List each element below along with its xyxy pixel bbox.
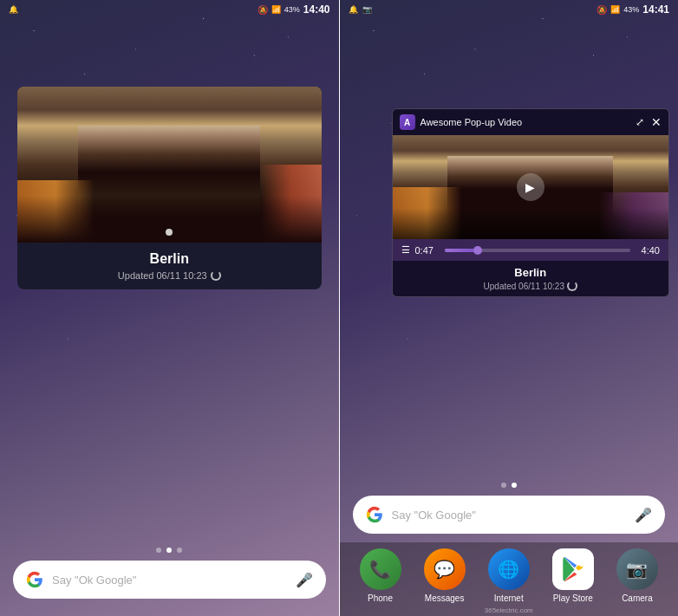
status-time-left: 14:40: [303, 3, 330, 16]
playstore-icon[interactable]: [552, 548, 594, 590]
internet-label: Internet: [494, 593, 524, 603]
status-right: 🔕 📶 43% 14:40: [258, 3, 330, 16]
mic-icon-left[interactable]: 🎤: [296, 572, 313, 588]
progress-handle[interactable]: [473, 246, 482, 255]
page-dots-left: [156, 548, 182, 553]
page-dot-2-active: [166, 548, 172, 553]
popup-shadow: [393, 208, 669, 239]
search-placeholder-left: Say "Ok Google": [52, 574, 287, 587]
signal-icon-right: 📶: [610, 5, 620, 14]
page-dot-1: [156, 548, 161, 553]
right-notif-icon2: 📷: [362, 5, 372, 14]
popup-close-btn[interactable]: ✕: [651, 115, 662, 129]
video-info: Berlin Updated 06/11 10:23: [17, 243, 322, 289]
popup-refresh-icon: [567, 281, 577, 291]
page-dot-r1: [501, 483, 506, 488]
popup-video-title: Berlin: [401, 266, 661, 279]
status-bar-left: 🔔 🔕 📶 43% 14:40: [0, 0, 339, 19]
popup-video-info: Berlin Updated 06/11 10:23: [393, 261, 669, 296]
watermark: 365electric.com: [485, 606, 533, 614]
playstore-label: Play Store: [553, 593, 593, 603]
video-updated-left: Updated 06/11 10:23: [30, 270, 309, 281]
status-left: 🔔: [9, 5, 18, 14]
right-screen: 🔔 📷 🔕 📶 43% 14:41 A Awesome Pop-up Video…: [340, 0, 679, 616]
popup-expand-btn[interactable]: ⤢: [636, 116, 644, 128]
popup-video-updated: Updated 06/11 10:23: [401, 281, 661, 291]
camera-label: Camera: [622, 593, 653, 603]
popup-progress-bar: ☰ 0:47 4:40: [393, 239, 669, 261]
popup-video-area: ▶: [393, 135, 669, 239]
battery-pct-right: 43%: [623, 5, 639, 14]
video-thumbnail: [17, 87, 322, 243]
page-dots-right: [501, 483, 517, 488]
popup-app-icon: A: [400, 114, 415, 130]
refresh-icon: [211, 270, 221, 281]
dock-item-messages[interactable]: 💬 Messages: [424, 548, 466, 603]
popup-play-button[interactable]: ▶: [517, 173, 544, 201]
status-time-right: 14:41: [642, 3, 669, 16]
mute-icon-right: 🔕: [597, 5, 607, 15]
left-screen: 🔔 🔕 📶 43% 14:40 Berlin Updated 06/11 10:…: [0, 0, 339, 616]
dock-item-playstore[interactable]: Play Store: [552, 548, 594, 603]
video-title-left: Berlin: [30, 251, 309, 267]
dock-item-camera[interactable]: 📷 Camera: [616, 548, 658, 603]
right-notif-icon: 🔔: [349, 5, 358, 14]
dock-item-internet[interactable]: 🌐 Internet: [488, 548, 530, 603]
internet-icon[interactable]: 🌐: [488, 548, 530, 590]
mute-icon: 🔕: [258, 5, 268, 15]
time-current: 0:47: [415, 245, 440, 256]
search-bar-left[interactable]: Say "Ok Google" 🎤: [13, 561, 326, 599]
popup-header-controls: ⤢ ✕: [636, 115, 662, 129]
search-placeholder-right: Say "Ok Google": [392, 509, 627, 522]
messages-label: Messages: [425, 593, 465, 603]
page-dot-3: [177, 548, 182, 553]
phone-label: Phone: [368, 593, 393, 603]
popup-header: A Awesome Pop-up Video ⤢ ✕: [393, 109, 669, 135]
video-card[interactable]: Berlin Updated 06/11 10:23: [17, 87, 322, 289]
playlist-icon: ☰: [401, 244, 410, 256]
google-logo-right: [366, 506, 383, 523]
google-logo-left: [26, 571, 43, 588]
progress-track[interactable]: [445, 249, 631, 252]
dock-right: 📞 Phone 💬 Messages 🌐 Internet: [340, 542, 679, 616]
page-dot-r2: [512, 483, 517, 488]
status-left-right: 🔔 📷: [349, 5, 372, 14]
messages-icon[interactable]: 💬: [424, 548, 466, 590]
search-bar-right[interactable]: Say "Ok Google" 🎤: [353, 496, 666, 534]
phone-icon[interactable]: 📞: [360, 548, 401, 590]
mic-icon-right[interactable]: 🎤: [635, 507, 652, 523]
battery-pct: 43%: [284, 5, 300, 14]
play-position-dot: [166, 229, 173, 236]
time-total: 4:40: [636, 245, 660, 256]
playstore-svg: [561, 557, 585, 581]
signal-icon: 📶: [271, 5, 281, 14]
popup-title: Awesome Pop-up Video: [420, 117, 631, 127]
dock-item-phone[interactable]: 📞 Phone: [360, 548, 401, 603]
status-bar-right: 🔔 📷 🔕 📶 43% 14:41: [340, 0, 679, 19]
popup-player[interactable]: A Awesome Pop-up Video ⤢ ✕ ▶ ☰ 0:47 4:40: [392, 108, 670, 297]
camera-icon[interactable]: 📷: [616, 548, 658, 590]
status-right-right: 🔕 📶 43% 14:41: [597, 3, 669, 16]
left-status-icons: 🔔: [9, 5, 18, 14]
